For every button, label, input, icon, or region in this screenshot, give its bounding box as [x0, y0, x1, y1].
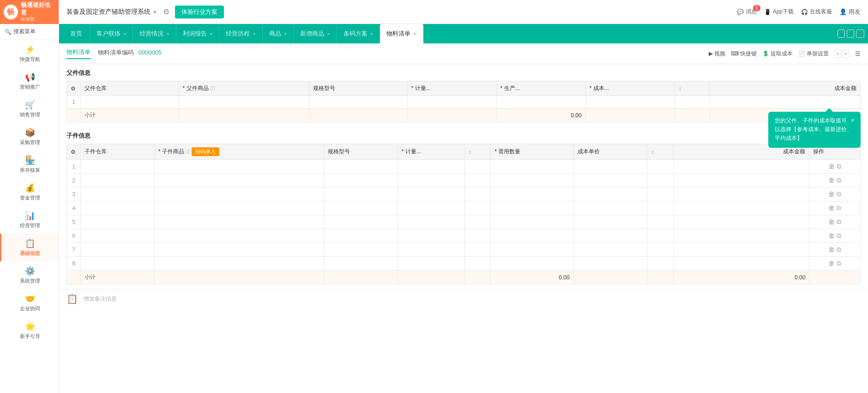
scan-input-button[interactable]: 扫码录入: [192, 147, 219, 156]
sidebar-search[interactable]: 🔍 搜索菜单: [0, 24, 59, 40]
sidebar-item-inventory[interactable]: 🏪 库存核算: [0, 151, 59, 178]
sidebar-item-finance[interactable]: 💰 资金管理: [0, 178, 59, 206]
parent-cell-cost-1[interactable]: [585, 96, 675, 109]
child-cell-unit-2[interactable]: [398, 174, 464, 187]
parent-cell-production-1[interactable]: [496, 96, 585, 109]
tab-close-ops-status[interactable]: ×: [166, 31, 169, 36]
trial-button[interactable]: 体验行业方案: [175, 6, 224, 18]
tab-close-barcode[interactable]: ×: [370, 31, 373, 36]
child-cell-goods-1[interactable]: [154, 160, 324, 174]
child-cell-spec-7[interactable]: [324, 243, 398, 257]
child-cell-warehouse-7[interactable]: [81, 243, 155, 257]
child-cell-warehouse-2[interactable]: [81, 174, 155, 187]
child-cell-unit-3[interactable]: [398, 187, 464, 201]
tab-close-bom[interactable]: ×: [413, 31, 416, 36]
sidebar-item-quick-nav[interactable]: ⚡ 快捷导航: [0, 40, 59, 67]
delete-icon-1[interactable]: 🗑: [828, 163, 835, 170]
doc-settings-action[interactable]: 📄 单据设置: [798, 50, 829, 58]
record-prev-btn[interactable]: ‹: [834, 49, 842, 58]
tab-goods[interactable]: 商品 ×: [263, 24, 294, 43]
delete-icon-4[interactable]: 🗑: [828, 204, 835, 212]
tab-ops-history[interactable]: 经营历程 ×: [219, 24, 262, 43]
tab-close-ops-history[interactable]: ×: [253, 31, 255, 36]
child-cell-qty-3[interactable]: [491, 187, 573, 201]
child-cell-qty-7[interactable]: [491, 243, 573, 257]
sub-tab-bom-list[interactable]: 物料清单: [66, 48, 90, 59]
copy-icon-2[interactable]: ⧉: [837, 176, 841, 184]
child-cell-spec-6[interactable]: [324, 229, 398, 243]
delete-icon-7[interactable]: 🗑: [828, 246, 835, 254]
online-service-button[interactable]: 🎧 在线客服: [801, 8, 832, 16]
child-cell-unit-cost-2[interactable]: [573, 174, 647, 187]
sidebar-item-guide[interactable]: 🌟 新手引导: [0, 317, 59, 345]
child-cell-unit-7[interactable]: [398, 243, 464, 257]
child-cell-qty-4[interactable]: [491, 201, 573, 215]
copy-icon-5[interactable]: ⧉: [837, 218, 841, 226]
tab-profit[interactable]: 利润报告 ×: [176, 24, 219, 43]
child-cell-goods-2[interactable]: [154, 174, 324, 187]
copy-icon-3[interactable]: ⧉: [837, 190, 841, 198]
child-cell-goods-3[interactable]: [154, 187, 324, 201]
parent-cell-goods-1[interactable]: [179, 96, 309, 109]
sidebar-item-purchase[interactable]: 📦 采购管理: [0, 123, 59, 151]
system-name[interactable]: 装备及固定资产辅助管理系统 ▼: [66, 8, 157, 16]
child-cell-goods-8[interactable]: [154, 257, 324, 271]
parent-cell-spec-1[interactable]: [309, 96, 408, 109]
child-cell-qty-6[interactable]: [491, 229, 573, 243]
child-cell-unit-cost-7[interactable]: [573, 243, 647, 257]
child-cell-goods-7[interactable]: [154, 243, 324, 257]
record-next-btn[interactable]: ›: [842, 49, 850, 58]
parent-cell-warehouse-1[interactable]: [81, 96, 179, 109]
copy-icon-4[interactable]: ⧉: [837, 204, 841, 212]
child-cell-unit-8[interactable]: [398, 257, 464, 271]
child-cell-spec-8[interactable]: [324, 257, 398, 271]
tab-close-goods[interactable]: ×: [284, 31, 287, 36]
tab-bom[interactable]: 物料清单 ×: [380, 24, 423, 43]
child-cell-spec-1[interactable]: [324, 160, 398, 174]
child-cell-goods-5[interactable]: [154, 215, 324, 229]
child-cell-qty-5[interactable]: [491, 215, 573, 229]
sidebar-item-system[interactable]: ⚙️ 系统管理: [0, 261, 59, 289]
sub-tab-bom-code[interactable]: 物料清单编码 0000005: [98, 48, 162, 59]
parent-col-settings[interactable]: ⚙: [67, 81, 81, 96]
tab-nav-close-all[interactable]: ×: [856, 30, 864, 38]
sidebar-item-basic[interactable]: 📋 基础信息: [0, 234, 59, 261]
child-cell-goods-6[interactable]: [154, 229, 324, 243]
tooltip-close-btn[interactable]: ×: [851, 116, 854, 125]
tab-nav-next[interactable]: ›: [847, 30, 854, 38]
child-cell-qty-2[interactable]: [491, 174, 573, 187]
parent-col-sort[interactable]: ↕: [675, 81, 709, 96]
child-cell-qty-1[interactable]: [491, 160, 573, 174]
delete-icon-6[interactable]: 🗑: [828, 232, 835, 240]
child-cell-unit-cost-3[interactable]: [573, 187, 647, 201]
tab-ops-status[interactable]: 经营情况 ×: [133, 24, 176, 43]
messages-button[interactable]: 💬 6 消息: [737, 8, 757, 16]
copy-icon-6[interactable]: ⧉: [837, 232, 841, 240]
child-cell-qty-8[interactable]: [491, 257, 573, 271]
copy-icon-7[interactable]: ⧉: [837, 246, 841, 254]
child-cell-warehouse-6[interactable]: [81, 229, 155, 243]
parent-cell-unit-1[interactable]: [407, 96, 496, 109]
copy-icon-1[interactable]: ⧉: [837, 163, 841, 170]
tab-new-goods[interactable]: 新增商品 ×: [294, 24, 337, 43]
delete-icon-3[interactable]: 🗑: [828, 190, 835, 198]
child-col-sort2[interactable]: ↕: [647, 144, 673, 160]
user-menu[interactable]: 👤 用友: [839, 8, 861, 16]
child-cell-unit-cost-8[interactable]: [573, 257, 647, 271]
sidebar-item-enterprise[interactable]: 🤝 企业协同: [0, 289, 59, 317]
child-cell-spec-3[interactable]: [324, 187, 398, 201]
sidebar-item-marketing[interactable]: 📢 营销推广: [0, 67, 59, 95]
child-cell-warehouse-4[interactable]: [81, 201, 155, 215]
sidebar-item-ops[interactable]: 📊 经营管理: [0, 206, 59, 234]
child-col-settings[interactable]: ⚙: [67, 144, 81, 160]
tab-close-new-goods[interactable]: ×: [327, 31, 330, 36]
tab-nav-prev[interactable]: ‹: [838, 30, 845, 38]
add-note-icon[interactable]: 📋: [66, 293, 78, 304]
video-action[interactable]: ▶ 视频: [709, 50, 725, 58]
tab-home[interactable]: 首页: [63, 24, 90, 43]
child-cell-warehouse-3[interactable]: [81, 187, 155, 201]
child-cell-unit-cost-5[interactable]: [573, 215, 647, 229]
child-cell-spec-2[interactable]: [324, 174, 398, 187]
child-cell-warehouse-1[interactable]: [81, 160, 155, 174]
sidebar-item-sales[interactable]: 🛒 销售管理: [0, 95, 59, 123]
